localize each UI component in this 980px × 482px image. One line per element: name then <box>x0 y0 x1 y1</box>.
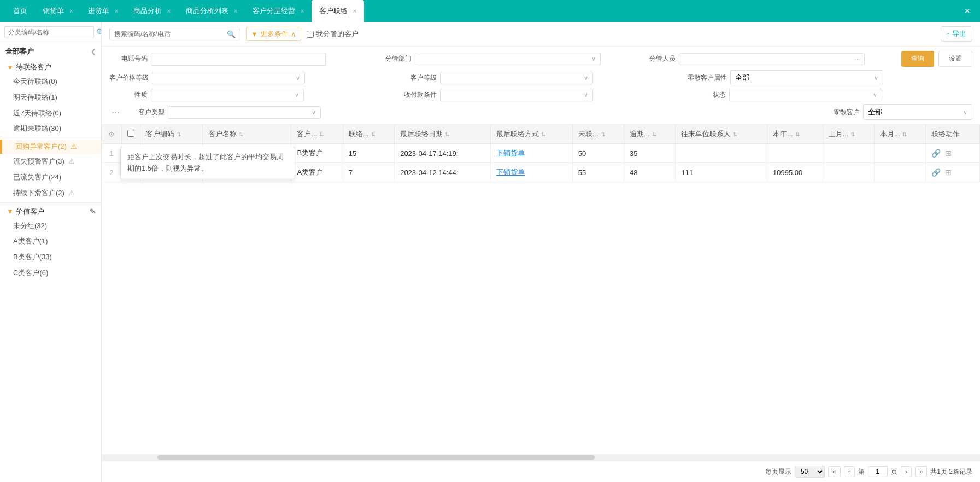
tab-product-analysis-close[interactable]: × <box>167 8 171 14</box>
prev-page-button[interactable]: ‹ <box>844 466 855 477</box>
col-last-method[interactable]: 最后联络方式⇅ <box>490 125 572 144</box>
row2-link-icon[interactable]: 🔗 <box>931 168 941 177</box>
phone-input[interactable] <box>151 53 326 66</box>
query-button[interactable]: 查询 <box>901 51 934 67</box>
my-customers-checkbox[interactable] <box>307 31 314 38</box>
col-contact-person[interactable]: 往来单位联系人⇅ <box>676 125 767 144</box>
row1-link-icon[interactable]: 🔗 <box>931 149 941 158</box>
first-page-button[interactable]: « <box>828 466 841 477</box>
col-contact-days[interactable]: 联络...⇅ <box>343 125 394 144</box>
row1-not-contacted: 50 <box>572 144 624 163</box>
col-this-year[interactable]: 本年...⇅ <box>767 125 823 144</box>
row2-method-link[interactable]: 下销货单 <box>496 168 525 176</box>
scrollbar-thumb[interactable] <box>157 455 595 460</box>
tab-customer-contact-label: 客户联络 <box>319 7 348 15</box>
col-not-contacted[interactable]: 未联...⇅ <box>572 125 624 144</box>
row1-contact-person <box>676 144 767 163</box>
more-dots-button[interactable]: ··· <box>112 107 120 118</box>
tab-home[interactable]: 首页 <box>5 0 35 22</box>
search-icon[interactable]: 🔍 <box>96 28 102 37</box>
sidebar-item-7day-pending[interactable]: 近7天待联络(0) <box>0 106 101 121</box>
tab-customer-mgmt-close[interactable]: × <box>301 8 304 14</box>
sidebar-c-class[interactable]: C类客户(6) <box>0 265 101 281</box>
col-overdue[interactable]: 逾期...⇅ <box>624 125 676 144</box>
col-level[interactable]: 客户...⇅ <box>291 125 343 144</box>
my-customers-checkbox-wrap[interactable]: 我分管的客户 <box>307 29 359 39</box>
dept-select[interactable]: ∨ <box>415 53 601 65</box>
category-search-input[interactable] <box>4 26 94 38</box>
tab-customer-contact-close[interactable]: × <box>353 8 356 14</box>
sidebar-lost-customers[interactable]: 已流失客户(24) <box>0 170 101 185</box>
col-last-month[interactable]: 上月...⇅ <box>823 125 874 144</box>
select-all-checkbox[interactable] <box>127 130 134 137</box>
sidebar-item-overdue-pending[interactable]: 逾期未联络(30) <box>0 121 101 137</box>
tab-product-analysis[interactable]: 商品分析 × <box>126 0 178 22</box>
sort-icon-name: ⇅ <box>239 131 243 137</box>
retail-cust-value: 全部 <box>868 107 882 117</box>
row1-method[interactable]: 下销货单 <box>490 144 572 163</box>
export-button[interactable]: ↑ 导出 <box>941 26 973 42</box>
next-page-button[interactable]: › <box>901 466 912 477</box>
sidebar-item-today-pending[interactable]: 今天待联络(0) <box>0 74 101 90</box>
table-settings-icon[interactable]: ⚙ <box>102 125 121 144</box>
tab-sales-close[interactable]: × <box>69 8 73 14</box>
sidebar-item-tomorrow-pending[interactable]: 明天待联络(1) <box>0 90 101 106</box>
sort-icon-contact: ⇅ <box>371 131 375 137</box>
search-input-wrap[interactable]: 🔍 <box>109 28 240 40</box>
retail-cust-select[interactable]: 全部 ∨ <box>863 104 972 120</box>
col-code[interactable]: 客户编码⇅ <box>140 125 203 144</box>
tooltip-box: 距客户上次交易时长，超过了此客户的平均交易周期的1.5倍，则视为异常。 <box>120 147 295 179</box>
repurchase-abnormal-label: 回购异常客户(2) <box>15 142 67 150</box>
window-close-button[interactable]: × <box>960 5 975 17</box>
per-page-select[interactable]: 50 10 20 100 <box>795 466 825 478</box>
search-input[interactable] <box>114 30 227 38</box>
search-input-icon[interactable]: 🔍 <box>227 30 236 38</box>
table-select-all[interactable] <box>121 125 140 144</box>
sidebar-persistent-decline[interactable]: 持续下滑客户(2) ⚠ <box>0 185 101 201</box>
tab-sales-order[interactable]: 销货单 × <box>35 0 80 22</box>
row1-grid-icon[interactable]: ⊞ <box>945 149 952 158</box>
edit-icon[interactable]: ✎ <box>90 207 96 216</box>
tab-customer-contact[interactable]: 客户联络 × <box>312 0 364 22</box>
cust-type-select[interactable]: ∨ <box>168 106 321 119</box>
sidebar-all-customers[interactable]: 全部客户 ❮ <box>0 43 101 60</box>
tab-product-list[interactable]: 商品分析列表 × <box>178 0 245 22</box>
status-select[interactable]: ∨ <box>729 89 882 101</box>
col-level-label: 客户... <box>297 130 317 138</box>
tab-product-list-close[interactable]: × <box>234 8 237 14</box>
sidebar-b-class[interactable]: B类客户(33) <box>0 249 101 265</box>
row2-grid-icon[interactable]: ⊞ <box>945 168 952 177</box>
retail-attr-select[interactable]: 全部 ∨ <box>730 70 883 85</box>
adv-row-2: 客户价格等级 ∨ 客户等级 ∨ 零散客户属性 全部 <box>109 70 972 85</box>
row2-contact-days: 7 <box>343 163 394 182</box>
gender-select[interactable]: ∨ <box>151 89 304 101</box>
row2-method[interactable]: 下销货单 <box>490 163 572 182</box>
gender-label: 性质 <box>109 90 148 100</box>
more-conditions-button[interactable]: ▼ 更多条件 ∧ <box>246 27 301 41</box>
tab-purchase-close[interactable]: × <box>115 8 118 14</box>
current-page-input[interactable] <box>868 466 888 477</box>
tab-customer-mgmt[interactable]: 客户分层经营 × <box>245 0 312 22</box>
col-last-date[interactable]: 最后联络日期⇅ <box>395 125 491 144</box>
sidebar-pending-contact-group[interactable]: ▼ 待联络客户 <box>0 60 101 74</box>
tomorrow-pending-label: 明天待联络(1) <box>13 93 57 101</box>
horizontal-scrollbar[interactable] <box>102 454 980 461</box>
manager-select[interactable]: ··· <box>679 53 865 65</box>
sidebar-a-class[interactable]: A类客户(1) <box>0 234 101 249</box>
sidebar-value-customers-section[interactable]: ▼ 价值客户 ✎ <box>0 204 101 218</box>
payment-select[interactable]: ∨ <box>440 89 593 101</box>
sidebar-repurchase-abnormal[interactable]: 回购异常客户(2) ⚠ <box>0 140 101 154</box>
sidebar-lost-pre-warning[interactable]: 流失预警客户(3) ⚠ <box>0 154 101 170</box>
cust-level-select[interactable]: ∨ <box>440 72 593 84</box>
tab-purchase-order[interactable]: 进货单 × <box>80 0 126 22</box>
row1-method-link[interactable]: 下销货单 <box>496 149 525 157</box>
gender-chevron: ∨ <box>295 91 299 98</box>
col-name[interactable]: 客户名称⇅ <box>203 125 291 144</box>
retail-attr-col: 零散客户属性 全部 ∨ <box>688 70 972 85</box>
sidebar-ungrouped[interactable]: 未分组(32) <box>0 218 101 234</box>
settings-button[interactable]: 设置 <box>938 51 972 67</box>
col-this-month[interactable]: 本月...⇅ <box>874 125 925 144</box>
price-level-select[interactable]: ∨ <box>152 72 305 84</box>
sort-icon-this-month: ⇅ <box>902 131 907 137</box>
last-page-button[interactable]: » <box>915 466 928 477</box>
